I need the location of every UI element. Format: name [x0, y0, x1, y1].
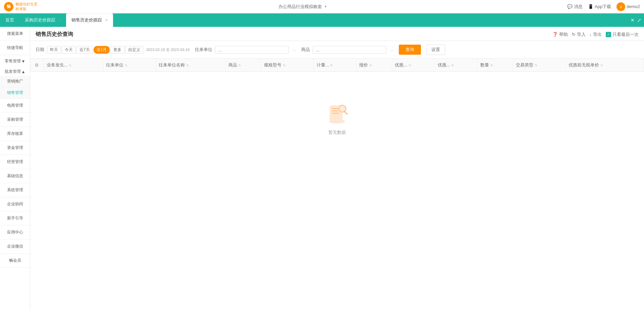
- partner-input-ellipsis[interactable]: ...: [293, 48, 296, 52]
- sidebar-item-search-menu[interactable]: 搜索菜单: [0, 27, 30, 41]
- column-settings-icon[interactable]: ⚙: [35, 62, 39, 68]
- product-filter-group: 商品 ...: [301, 46, 393, 54]
- th-quoted-price-label: 报价: [359, 62, 368, 67]
- th-partner-code[interactable]: 往来单位 ⇅: [103, 59, 156, 72]
- table-header: ⚙ 业务发生... ⇅ 往来单位 ⇅ 往来单位名称 ⇅: [30, 59, 644, 72]
- user-avatar-area[interactable]: d demo2: [616, 2, 640, 11]
- sidebar-item-wholesale-mgmt[interactable]: 批发管理 ▲: [0, 65, 30, 76]
- data-table: ⚙ 业务发生... ⇅ 往来单位 ⇅ 往来单位名称 ⇅: [30, 59, 644, 72]
- sort-icon-discount2: ⇅: [451, 63, 454, 67]
- th-discount1[interactable]: 优惠... ⇅: [392, 59, 435, 72]
- tab-expand-action[interactable]: ⤢: [637, 17, 641, 23]
- sidebar-item-marketing[interactable]: 营销推广: [0, 76, 30, 87]
- sidebar-item-enterprise-coop[interactable]: 企业协同: [0, 197, 30, 211]
- sort-icon-unit: ⇅: [330, 63, 333, 67]
- top-bar: 畅 畅捷信好生意 标准版 办公用品行业模拟账套 ▾ 💬 消息 📱 App下载 d…: [0, 0, 644, 13]
- th-quoted-price[interactable]: 报价 ⇅: [357, 59, 392, 72]
- tab-home[interactable]: 首页: [0, 13, 19, 27]
- th-pretax-price[interactable]: 优惠前无税单价 ⇅: [566, 59, 644, 72]
- table-header-row: ⚙ 业务发生... ⇅ 往来单位 ⇅ 往来单位名称 ⇅: [30, 59, 644, 72]
- sidebar-item-vip-member[interactable]: 畅会员: [0, 254, 30, 268]
- date-range-text: 2023-02-18 至 2023-03-18: [146, 47, 190, 52]
- retail-mgmt-arrow: ▼: [21, 59, 25, 64]
- top-bar-left: 畅 畅捷信好生意 标准版: [4, 2, 38, 11]
- query-button[interactable]: 查询: [399, 45, 421, 55]
- date-btn-1month[interactable]: 近1月: [94, 46, 110, 54]
- sidebar-item-ecommerce[interactable]: 电商管理: [0, 99, 30, 113]
- date-btn-custom[interactable]: 自定义: [125, 46, 143, 54]
- sort-icon-trade-type: ⇅: [535, 63, 537, 67]
- settings-button[interactable]: 设置: [426, 44, 445, 55]
- svg-line-7: [344, 111, 347, 114]
- tab-sales-history-label: 销售历史价跟踪: [71, 17, 102, 23]
- logo-area: 畅 畅捷信好生意 标准版: [4, 2, 38, 11]
- sidebar-item-app-center[interactable]: 应用中心: [0, 225, 30, 240]
- sidebar-item-operations[interactable]: 经营管理: [0, 155, 30, 169]
- th-biz-date[interactable]: 业务发生... ⇅: [44, 59, 103, 72]
- tab-sales-close-icon[interactable]: ×: [105, 18, 107, 22]
- only-last-checkbox[interactable]: ✓: [606, 32, 611, 37]
- sort-icon-quantity: ⇅: [490, 63, 493, 67]
- tab-purchase-history[interactable]: 采购历史价跟踪 ×: [19, 13, 66, 27]
- sidebar-item-basic-info[interactable]: 基础信息: [0, 169, 30, 183]
- th-trade-type[interactable]: 交易类型 ⇅: [513, 59, 566, 72]
- sidebar-item-retail-mgmt[interactable]: 零售管理 ▼: [0, 55, 30, 65]
- th-unit[interactable]: 计量... ⇅: [314, 59, 356, 72]
- sidebar-item-finance[interactable]: 资金管理: [0, 141, 30, 155]
- sort-icon-discount1: ⇅: [409, 63, 411, 67]
- sidebar-item-sales-mgmt[interactable]: 销售管理: [0, 87, 30, 99]
- date-btn-more[interactable]: 更多: [110, 46, 124, 54]
- sidebar-item-quick-nav[interactable]: 快捷导航: [0, 41, 30, 55]
- sidebar-item-purchase-mgmt[interactable]: 采购管理: [0, 113, 30, 127]
- empty-state-text: 暂无数据: [328, 130, 346, 136]
- th-quantity[interactable]: 数量 ⇅: [478, 59, 513, 72]
- app-download-btn[interactable]: 📱 App下载: [588, 4, 611, 10]
- partner-input[interactable]: [215, 46, 289, 54]
- th-discount2-label: 优惠...: [438, 62, 450, 67]
- industry-label: 办公用品行业模拟账套: [278, 4, 322, 10]
- th-product-label: 商品: [228, 62, 237, 67]
- export-btn[interactable]: ↓ 导出: [590, 32, 602, 38]
- export-icon: ↓: [590, 32, 592, 37]
- page-header-row: 销售历史价查询 ❓ 帮助 ↻ 导入 ↓ 导出 ✓: [36, 31, 639, 38]
- th-pretax-price-label: 优惠前无税单价: [569, 62, 599, 67]
- logo-icon: 畅: [4, 2, 13, 11]
- date-btn-today[interactable]: 今天: [62, 46, 76, 54]
- sort-icon-spec: ⇅: [283, 63, 285, 67]
- sort-icon-product: ⇅: [238, 63, 241, 67]
- sidebar-item-new-guide[interactable]: 新手引导: [0, 211, 30, 225]
- sidebar-item-enterprise-wechat[interactable]: 企业微信: [0, 240, 30, 254]
- sidebar-item-system-mgmt[interactable]: 系统管理: [0, 183, 30, 197]
- industry-dropdown-arrow[interactable]: ▾: [325, 4, 327, 9]
- help-btn[interactable]: ❓ 帮助: [552, 32, 568, 38]
- date-btn-group: 昨天 今天 近7天 近1月 更多 自定义: [47, 46, 143, 54]
- th-settings[interactable]: ⚙: [30, 59, 44, 72]
- wholesale-mgmt-arrow: ▲: [21, 69, 25, 74]
- product-input-ellipsis[interactable]: ...: [390, 48, 393, 52]
- svg-rect-3: [332, 110, 338, 111]
- tab-bar: 首页 采购历史价跟踪 × 销售历史价跟踪 × ✕ ⤢: [0, 13, 644, 27]
- tab-home-label: 首页: [5, 17, 14, 23]
- product-input[interactable]: [313, 46, 386, 54]
- help-icon: ❓: [552, 32, 558, 37]
- tab-close-action[interactable]: ✕: [631, 17, 635, 23]
- th-spec[interactable]: 规格型号 ⇅: [261, 59, 314, 72]
- th-partner-code-label: 往来单位: [106, 62, 123, 67]
- tab-sales-history[interactable]: 销售历史价跟踪 ×: [66, 13, 113, 27]
- import-btn[interactable]: ↻ 导入: [572, 32, 586, 38]
- date-btn-yesterday[interactable]: 昨天: [47, 46, 61, 54]
- th-partner-name[interactable]: 往来单位名称 ⇅: [156, 59, 225, 72]
- page-title: 销售历史价查询: [36, 31, 73, 38]
- message-btn[interactable]: 💬 消息: [567, 4, 583, 10]
- sidebar-item-inventory[interactable]: 库存核算: [0, 127, 30, 141]
- logo-text: 畅捷信好生意 标准版: [15, 2, 38, 11]
- empty-state: 暂无数据: [30, 72, 644, 162]
- th-discount2[interactable]: 优惠... ⇅: [435, 59, 477, 72]
- tab-purchase-close-icon[interactable]: ×: [59, 18, 61, 22]
- empty-state-icon: [324, 99, 351, 125]
- main-layout: 搜索菜单 快捷导航 零售管理 ▼ 批发管理 ▲ 营销推广 销售管理 电商管理 采…: [0, 27, 644, 310]
- only-last-btn[interactable]: ✓ 只看最后一次: [606, 32, 639, 38]
- th-partner-name-label: 往来单位名称: [159, 62, 185, 67]
- date-btn-7days[interactable]: 近7天: [76, 46, 93, 54]
- th-product[interactable]: 商品 ⇅: [225, 59, 261, 72]
